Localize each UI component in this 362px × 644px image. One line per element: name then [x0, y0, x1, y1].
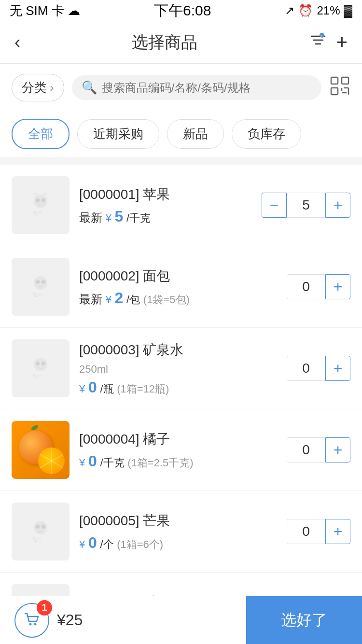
status-left: 无 SIM 卡 ☁: [10, 2, 80, 19]
tabs-row: 全部 近期采购 新品 负库存: [0, 111, 362, 157]
product-price-4: ¥ 0 /千克 (1箱=2.5千克): [79, 452, 277, 470]
product-image-4: [12, 421, 70, 479]
product-info-2: [0000002] 面包 最新 ¥ 2 /包 (1袋=5包): [79, 267, 277, 307]
product-price-1: 最新 ¥ 5 /千克: [79, 208, 252, 225]
location-icon: ↗: [285, 4, 294, 17]
signal-text: 无 SIM 卡 ☁: [10, 2, 80, 19]
qty-control-2: +: [287, 274, 350, 299]
category-label: 分类: [22, 79, 47, 96]
svg-text:智十: 智十: [33, 374, 42, 379]
product-name-3: [0000003] 矿泉水: [79, 341, 277, 359]
chevron-icon: ›: [50, 80, 54, 95]
product-name-1: [0000001] 苹果: [79, 185, 252, 204]
svg-point-34: [42, 526, 45, 528]
product-image-3: 智十: [12, 339, 70, 397]
search-input[interactable]: [102, 81, 312, 95]
product-item: 智十 [0000002] 面包 最新 ¥ 2 /包 (1袋=5包) +: [0, 246, 362, 328]
svg-rect-5: [331, 77, 338, 84]
qty-minus-1[interactable]: −: [262, 193, 287, 218]
product-item: 智十 [0000003] 矿泉水 250ml ¥ 0 /瓶 (1箱=12瓶) +: [0, 328, 362, 409]
back-button[interactable]: ‹: [14, 32, 20, 53]
qty-plus-3[interactable]: +: [325, 356, 350, 381]
product-info-1: [0000001] 苹果 最新 ¥ 5 /千克: [79, 185, 252, 225]
product-name-2: [0000002] 面包: [79, 267, 277, 285]
svg-point-22: [42, 281, 45, 283]
product-info-4: [0000004] 橘子 ¥ 0 /千克 (1箱=2.5千克): [79, 430, 277, 470]
qty-input-3[interactable]: [287, 356, 325, 381]
tab-new[interactable]: 新品: [167, 119, 224, 149]
qty-control-5: +: [287, 519, 350, 544]
cart-badge: 1: [37, 600, 52, 616]
category-button[interactable]: 分类 ›: [12, 74, 64, 101]
search-box: 🔍: [72, 75, 321, 100]
product-item: [0000004] 橘子 ¥ 0 /千克 (1箱=2.5千克) +: [0, 409, 362, 491]
svg-rect-6: [342, 77, 348, 84]
svg-point-49: [34, 623, 37, 625]
tab-recent[interactable]: 近期采购: [77, 119, 159, 149]
svg-text:!: !: [320, 34, 322, 38]
tab-negative-stock[interactable]: 负库存: [232, 119, 301, 149]
alarm-icon: ⏰: [298, 4, 313, 17]
nav-bar: ‹ 选择商品 ! +: [0, 21, 362, 64]
qty-input-5[interactable]: [287, 519, 325, 544]
product-name-5: [0000005] 芒果: [79, 512, 277, 530]
svg-point-28: [42, 363, 45, 365]
product-item: 智十 [0000005] 芒果 ¥ 0 /个 (1箱=6个) +: [0, 491, 362, 573]
cart-total: ¥25: [57, 611, 83, 629]
scan-icon[interactable]: [329, 75, 350, 100]
product-spec-3: 250ml: [79, 363, 277, 376]
cart-section: 1 ¥25: [0, 603, 246, 638]
svg-point-27: [37, 363, 39, 365]
product-price-5: ¥ 0 /个 (1箱=6个): [79, 534, 277, 552]
svg-point-33: [37, 526, 39, 528]
battery-icon: ▓: [344, 4, 353, 17]
search-icon: 🔍: [82, 80, 97, 95]
product-info-5: [0000005] 芒果 ¥ 0 /个 (1箱=6个): [79, 512, 277, 552]
section-divider: [0, 157, 362, 165]
svg-text:智十: 智十: [33, 292, 42, 297]
tab-all[interactable]: 全部: [12, 119, 70, 149]
qty-input-1[interactable]: [287, 193, 325, 218]
qty-plus-4[interactable]: +: [325, 437, 350, 462]
add-button[interactable]: +: [336, 31, 348, 53]
svg-text:智十: 智十: [33, 537, 42, 542]
status-bar: 无 SIM 卡 ☁ 下午6:08 ↗ ⏰ 21% ▓: [0, 0, 362, 21]
svg-point-48: [29, 623, 32, 625]
product-item: 智十 [0000001] 苹果 最新 ¥ 5 /千克 − +: [0, 165, 362, 246]
svg-point-16: [42, 199, 45, 202]
qty-control-3: +: [287, 356, 350, 381]
qty-plus-1[interactable]: +: [325, 193, 350, 218]
qty-control-1: − +: [262, 193, 350, 218]
product-price-2: 最新 ¥ 2 /包 (1袋=5包): [79, 289, 277, 307]
svg-rect-7: [331, 88, 338, 95]
product-image-1: 智十: [12, 176, 70, 234]
qty-plus-5[interactable]: +: [325, 519, 350, 544]
product-name-4: [0000004] 橘子: [79, 430, 277, 448]
product-image-5: 智十: [12, 503, 70, 560]
filter-row: 分类 › 🔍: [0, 64, 362, 111]
nav-title: 选择商品: [132, 31, 197, 54]
cart-button[interactable]: 1: [14, 603, 49, 638]
nav-right: ! +: [309, 31, 348, 53]
qty-input-4[interactable]: [287, 437, 325, 462]
svg-point-15: [37, 199, 39, 202]
filter-icon[interactable]: !: [309, 31, 327, 53]
product-info-3: [0000003] 矿泉水 250ml ¥ 0 /瓶 (1箱=12瓶): [79, 341, 277, 396]
nav-left: ‹: [14, 32, 20, 53]
cart-icon: [23, 611, 41, 630]
product-price-3: ¥ 0 /瓶 (1箱=12瓶): [79, 378, 277, 396]
product-image-2: 智十: [12, 258, 70, 316]
bottom-bar: 1 ¥25 选好了: [0, 596, 362, 644]
product-list: 智十 [0000001] 苹果 最新 ¥ 5 /千克 − +: [0, 165, 362, 644]
svg-point-21: [37, 281, 39, 283]
qty-control-4: +: [287, 437, 350, 462]
status-time: 下午6:08: [154, 1, 211, 21]
battery-text: 21%: [317, 4, 340, 17]
status-right: ↗ ⏰ 21% ▓: [285, 4, 352, 17]
svg-text:智十: 智十: [33, 210, 42, 216]
qty-input-2[interactable]: [287, 274, 325, 299]
qty-plus-2[interactable]: +: [325, 274, 350, 299]
confirm-button[interactable]: 选好了: [246, 596, 362, 644]
